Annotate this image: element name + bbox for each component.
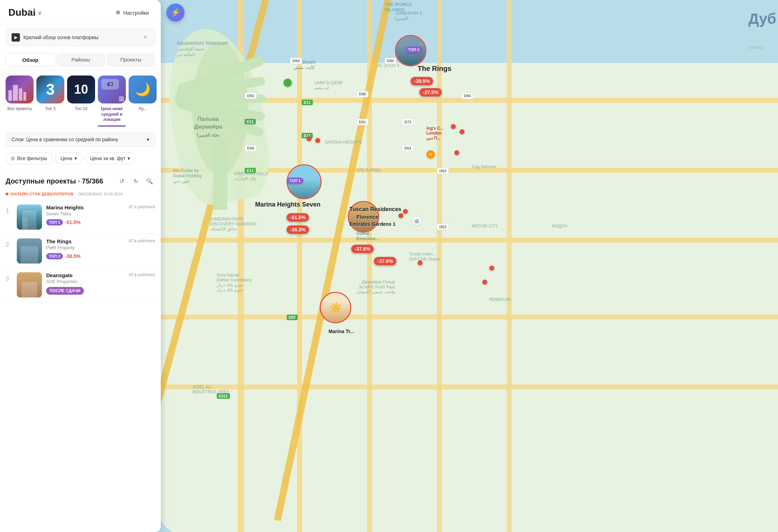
project-thumb-3 <box>17 272 42 297</box>
project-item-3[interactable]: 3 Deansgate ADE Properties ПОСЛЕ СДАЧИ #… <box>3 268 158 302</box>
video-banner-text: Краткий обзор основ платформы <box>23 35 99 40</box>
ain-dubai-label: Ain Dubai byDubai Holdingعين دبي <box>173 168 202 184</box>
motor-city-label: MOTOR CITY <box>472 224 498 229</box>
sidebar: Dubai ∨ ⚙ Настройки ▶ Краткий обзор осно… <box>0 0 161 532</box>
tab-districts[interactable]: Районы <box>56 53 105 67</box>
palm-label: ПальмаДжумейраنخلة الجميرا <box>194 115 222 139</box>
emirates-gardens-label: Emirates Gardens 1 <box>350 221 396 227</box>
dubai-ar-label: Дуб <box>748 10 776 27</box>
filters-icon: ⊙ <box>11 156 15 161</box>
layer-selector[interactable]: Слои: Цена в сравнении со средней по рай… <box>6 132 155 147</box>
city-chevron-icon: ∨ <box>38 9 42 16</box>
trump-label: Trump Intern...Golf Club, Dubai <box>409 252 440 261</box>
sad-babochek-label: Сад бабочек <box>472 164 497 169</box>
project-badges-1: ТОП 1 -51.5% <box>46 219 124 225</box>
project-developer-2: PMR Property <box>46 245 124 250</box>
settings-label: Настройки <box>123 10 149 16</box>
sidebar-header: Dubai ∨ ⚙ Настройки <box>0 0 161 24</box>
project-list: 1 Marina Heights Seven Tides ТОП 1 -51.5… <box>0 200 161 302</box>
tab-projects[interactable]: Проекты <box>107 53 155 67</box>
project-ranking-3: #3 в рейтинге <box>129 272 155 277</box>
tuscan-discount-badge[interactable]: -37.8% <box>351 245 374 253</box>
filter-bar: ⊙ Все фильтры Цена ▾ Цена за кв. фут ▾ <box>0 150 161 168</box>
marina-discount-badge-2[interactable]: -36.3% <box>287 225 309 234</box>
project-name-3: Deansgate <box>46 272 124 278</box>
category-price-below[interactable]: 🏷 ↓ Цена ниже средней в локации <box>98 76 126 127</box>
price-filter-button[interactable]: Цена ▾ <box>55 152 82 164</box>
al-barsha-label: АЛЬ БАРША <box>356 168 381 173</box>
category-all[interactable]: Все проекты <box>6 76 34 127</box>
badge-discount-1: -51.5% <box>65 220 80 225</box>
project-developer-1: Seven Tides <box>46 211 124 216</box>
tuscan-discount-badge-2[interactable]: -37.0% <box>374 257 396 265</box>
price-sqft-filter-button[interactable]: Цена за кв. фут ▾ <box>85 152 136 164</box>
map-icon-1: 🌿 <box>283 79 292 87</box>
project-ranking-1: #1 в рейтинге <box>129 204 155 209</box>
rings-discount-badge-2[interactable]: -27.5% <box>419 88 442 96</box>
refresh-button[interactable]: ↺ <box>116 176 127 187</box>
marina-heights-map-label: Marina Heights Seven <box>255 201 320 208</box>
rings-discount-badge-1[interactable]: -38.5% <box>411 77 433 85</box>
category-top10-icon: 10 <box>67 76 95 103</box>
project-ranking-2: #2 в рейтинге <box>129 238 155 243</box>
aquaventure-label: Aquaventure Waterparkحديقة أكوافنتشرالما… <box>177 40 228 57</box>
category-top3-label: Топ 3 <box>45 106 56 112</box>
price-filter-chevron: ▾ <box>74 156 77 161</box>
section-divider <box>0 170 161 170</box>
bottom-marker[interactable]: ☀️ <box>320 292 351 323</box>
map-icon-3: 🏢 <box>412 217 421 225</box>
guru-nanak-label: Guru NanakDarbar Gurudwaraغورو نانك دربا… <box>217 273 251 292</box>
red-dot-5 <box>454 150 459 155</box>
all-filters-button[interactable]: ⊙ Все фильтры <box>6 152 52 164</box>
remraam-label: REMRAAM <box>489 297 511 302</box>
video-banner[interactable]: ▶ Краткий обзор основ платформы × <box>6 28 155 46</box>
bottom-project-label: Marina Tr... <box>329 329 354 334</box>
project-name-2: The Rings <box>46 238 124 244</box>
marina-discount-badge-1[interactable]: -51.5% <box>287 213 309 222</box>
price-sqft-chevron: ▾ <box>128 156 130 161</box>
badge-discount-2: -38.5% <box>65 253 80 259</box>
projects-title: Доступные проекты · 75/366 <box>6 177 103 185</box>
online-dot <box>6 193 8 195</box>
tuscan-map-label: Tuscan Residences <box>350 206 401 213</box>
video-banner-close[interactable]: × <box>141 33 149 42</box>
search-button[interactable]: 🔍 <box>144 176 155 187</box>
lightning-fab[interactable]: ⚡ <box>166 3 185 22</box>
projects-title-area: Доступные проекты · 75/366 <box>6 177 103 185</box>
project-number-1: 1 <box>6 207 13 215</box>
city-selector[interactable]: Dubai ∨ <box>8 7 42 18</box>
category-top10[interactable]: 10 Топ 10 <box>67 76 95 127</box>
project-badges-2: ТОП 2 -38.5% <box>46 253 124 259</box>
top3-number: 3 <box>46 81 55 98</box>
main-tabs: Обзор Районы Проекты <box>0 50 161 70</box>
badge-top-1: ТОП 1 <box>46 219 63 225</box>
project-item-2[interactable]: 2 The Rings PMR Property ТОП 2 -38.5% #2… <box>3 234 158 268</box>
category-filters: Все проекты 3 Топ 3 10 Топ 10 <box>0 70 161 129</box>
barsha-heights-label: BARSHA HEIGHTS <box>325 140 362 145</box>
category-other[interactable]: 🌙 Лу... <box>129 76 157 127</box>
red-dot-1 <box>307 136 311 141</box>
video-banner-left: ▶ Краткий обзор основ платформы <box>12 33 99 42</box>
jumeirah-label: JUMEIRAH 3الجميرا <box>395 10 422 21</box>
category-top3[interactable]: 3 Топ 3 <box>36 76 64 127</box>
settings-button[interactable]: ⚙ Настройки <box>112 7 152 18</box>
reload-button[interactable]: ↻ <box>130 176 141 187</box>
projects-header: Доступные проекты · 75/366 ↺ ↻ 🔍 <box>0 172 161 190</box>
project-developer-3: ADE Properties <box>46 279 124 284</box>
project-info-1: Marina Heights Seven Tides ТОП 1 -51.5% <box>46 204 124 225</box>
updated-date: ОБНОВЛЕНО 19.05.2024 <box>78 192 123 196</box>
red-dot-10 <box>403 209 408 214</box>
video-icon: ▶ <box>12 33 20 42</box>
category-top10-label: Топ 10 <box>75 106 87 112</box>
tab-overview[interactable]: Обзор <box>6 53 55 67</box>
project-name-1: Marina Heights <box>46 204 124 210</box>
project-item-1[interactable]: 1 Marina Heights Seven Tides ТОП 1 -51.5… <box>3 200 158 234</box>
rings-map-label: The Rings <box>418 65 452 73</box>
jebel-ali-label: JEBEL ALIINDUSTRIAL AREA <box>192 384 229 394</box>
jumeirah-park-label: JUMEIRAH PARKDISCOVERY GARDENSحدائق الاك… <box>210 217 256 231</box>
mudon-label: МУДОН <box>552 224 567 229</box>
category-price-label: Цена ниже средней в локации <box>98 106 126 123</box>
project-info-3: Deansgate ADE Properties ПОСЛЕ СДАЧИ <box>46 272 124 295</box>
red-dot-4 <box>460 129 464 134</box>
city-name: Dubai <box>8 7 36 18</box>
